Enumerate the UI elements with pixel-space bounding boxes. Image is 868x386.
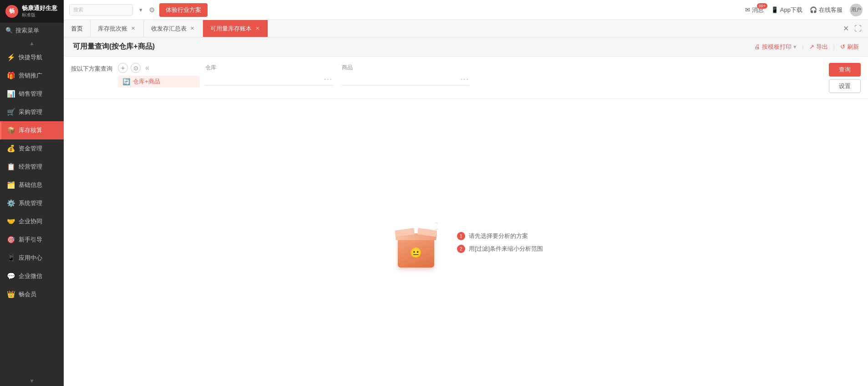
step-2-number: 2	[457, 245, 465, 253]
sidebar-search[interactable]: 🔍 搜索菜单	[0, 23, 64, 38]
close-all-tabs-button[interactable]: ✕	[841, 22, 851, 35]
page-title: 可用量查询(按仓库+商品)	[73, 42, 155, 51]
inventory-icon: 📦	[7, 126, 15, 134]
sidebar-label-sales: 销售管理	[19, 90, 42, 98]
tab-collect-summary-close[interactable]: ✕	[189, 25, 195, 32]
sidebar-scroll-up[interactable]: ▲	[0, 38, 64, 48]
filter-scheme-actions: + ⊙ «	[118, 62, 200, 74]
refresh-button[interactable]: ↺ 刷新	[840, 43, 859, 51]
app-logo: 畅	[5, 5, 18, 18]
sidebar-label-member: 畅会员	[19, 290, 36, 299]
sidebar-label-marketing: 营销推广	[19, 72, 42, 80]
enterprise-icon: 🤝	[7, 217, 15, 226]
tab-batch-account-label: 库存批次账	[98, 25, 127, 33]
settings-icon[interactable]: ⚙	[149, 6, 155, 14]
tab-home[interactable]: 首页	[64, 20, 91, 37]
query-button[interactable]: 查询	[829, 63, 861, 77]
sidebar-label-system: 系统管理	[19, 199, 42, 207]
tab-available-ledger[interactable]: 可用量库存账本 ✕	[203, 20, 268, 37]
sidebar-label-operation: 经营管理	[19, 163, 42, 171]
collapse-button[interactable]: «	[143, 62, 151, 74]
sidebar-item-system[interactable]: ⚙️ 系统管理	[0, 194, 64, 212]
export-label: 导出	[816, 43, 828, 51]
message-icon: ✉	[745, 6, 750, 13]
export-button[interactable]: ↗ 导出	[809, 43, 828, 51]
online-service-button[interactable]: 🎧 在线客服	[810, 6, 843, 14]
sidebar-item-wechat[interactable]: 💬 企业微信	[0, 267, 64, 285]
sidebar-label-purchase: 采购管理	[19, 108, 42, 116]
warehouse-input[interactable]: ···	[205, 73, 333, 86]
goods-more-button[interactable]: ···	[461, 75, 469, 83]
message-badge: 99+	[757, 3, 767, 9]
scheme-settings-button[interactable]: ⊙	[131, 63, 141, 73]
dropdown-icon[interactable]: ▾	[137, 6, 144, 13]
sidebar-label-enterprise: 企业协同	[19, 217, 42, 226]
filter-area: 按以下方案查询 + ⊙ « 🔄 仓库+商品 仓库 ···	[64, 57, 868, 99]
filter-schemes: + ⊙ « 🔄 仓库+商品	[118, 62, 200, 87]
sidebar-scroll-down[interactable]: ▼	[0, 376, 64, 386]
warehouse-label: 仓库	[205, 64, 333, 72]
sidebar-item-enterprise[interactable]: 🤝 企业协同	[0, 212, 64, 231]
page-header: 可用量查询(按仓库+商品) 🖨 按模板打印 ▾ | ↗ 导出 | ↺ 刷新	[64, 37, 868, 57]
sidebar-item-basic-info[interactable]: 🗂️ 基础信息	[0, 176, 64, 194]
user-avatar[interactable]: 用户	[850, 4, 863, 16]
goods-label: 商品	[342, 64, 469, 72]
sidebar-item-operation[interactable]: 📋 经营管理	[0, 158, 64, 176]
warehouse-more-button[interactable]: ···	[324, 75, 333, 83]
sidebar-item-finance[interactable]: 💰 资金管理	[0, 139, 64, 158]
topbar-search[interactable]: 搜索	[69, 4, 133, 15]
sidebar-label-app-center: 应用中心	[19, 254, 42, 262]
tab-batch-account-close[interactable]: ✕	[130, 25, 136, 32]
empty-text: 1 请先选择要分析的方案 2 用[过滤]条件来缩小分析范围	[457, 232, 543, 253]
template-print-button[interactable]: 🖨 按模板打印 ▾	[754, 43, 797, 51]
sidebar-item-sales[interactable]: 📊 销售管理	[0, 85, 64, 103]
add-scheme-button[interactable]: +	[118, 63, 128, 73]
tab-home-label: 首页	[71, 25, 83, 33]
sales-icon: 📊	[7, 90, 15, 98]
sidebar-item-marketing[interactable]: 🎁 营销推广	[0, 67, 64, 85]
search-icon: 🔍	[5, 27, 13, 34]
app-subtitle: 标准版	[22, 12, 57, 18]
sidebar-item-newbie[interactable]: 🎯 新手引导	[0, 231, 64, 249]
step-1-number: 1	[457, 232, 465, 240]
wechat-icon: 💬	[7, 272, 15, 280]
refresh-label: 刷新	[847, 43, 859, 51]
sidebar-label-newbie: 新手引导	[19, 236, 42, 244]
tabbar: 首页 库存批次账 ✕ 收发存汇总表 ✕ 可用量库存账本 ✕ ✕ ⛶	[64, 20, 868, 37]
step-2-text: 用[过滤]条件来缩小分析范围	[469, 245, 543, 253]
sidebar-label-quick-nav: 快捷导航	[19, 53, 42, 62]
app-download-button[interactable]: 📱 App下载	[771, 6, 802, 14]
sidebar-nav: ⚡ 快捷导航 🎁 营销推广 📊 销售管理 🛒 采购管理 📦 库存核算 💰 资金管…	[0, 48, 64, 376]
trial-button[interactable]: 体验行业方案	[159, 3, 208, 17]
goods-input[interactable]: ···	[342, 73, 469, 86]
sidebar-item-quick-nav[interactable]: ⚡ 快捷导航	[0, 48, 64, 67]
sidebar-item-purchase[interactable]: 🛒 采购管理	[0, 103, 64, 121]
scheme-label: 仓库+商品	[133, 77, 160, 86]
filter-settings-button[interactable]: 设置	[829, 79, 861, 93]
sidebar-label-wechat: 企业微信	[19, 272, 42, 280]
operation-icon: 📋	[7, 163, 15, 171]
scheme-warehouse-goods[interactable]: 🔄 仓库+商品	[118, 76, 200, 87]
tab-collect-summary[interactable]: 收发存汇总表 ✕	[144, 20, 203, 37]
tab-available-ledger-close[interactable]: ✕	[254, 25, 260, 32]
app-download-label: App下载	[780, 6, 802, 14]
finance-icon: 💰	[7, 144, 15, 153]
empty-step-2: 2 用[过滤]条件来缩小分析范围	[457, 245, 543, 253]
topbar-search-text: 搜索	[73, 6, 83, 13]
tab-collect-summary-label: 收发存汇总表	[151, 25, 187, 33]
export-icon: ↗	[809, 43, 814, 50]
topbar-right: ✉ 消息 99+ 📱 App下载 🎧 在线客服 用户	[745, 4, 863, 16]
warehouse-field: 仓库 ···	[205, 64, 333, 86]
sidebar-item-member[interactable]: 👑 畅会员	[0, 285, 64, 304]
expand-window-button[interactable]: ⛶	[853, 23, 863, 35]
message-button[interactable]: ✉ 消息 99+	[745, 6, 764, 14]
main-area: 搜索 ▾ ⚙ 体验行业方案 ✉ 消息 99+ 📱 App下载 🎧 在线客服 用户	[64, 0, 868, 386]
sidebar-item-app-center[interactable]: 📱 应用中心	[0, 249, 64, 267]
tab-batch-account[interactable]: 库存批次账 ✕	[91, 20, 144, 37]
quick-nav-icon: ⚡	[7, 53, 15, 62]
phone-icon: 📱	[771, 6, 778, 13]
purchase-icon: 🛒	[7, 108, 15, 116]
goods-field: 商品 ···	[342, 64, 469, 86]
sidebar-item-inventory[interactable]: 📦 库存核算	[0, 121, 64, 139]
basic-info-icon: 🗂️	[7, 181, 15, 189]
